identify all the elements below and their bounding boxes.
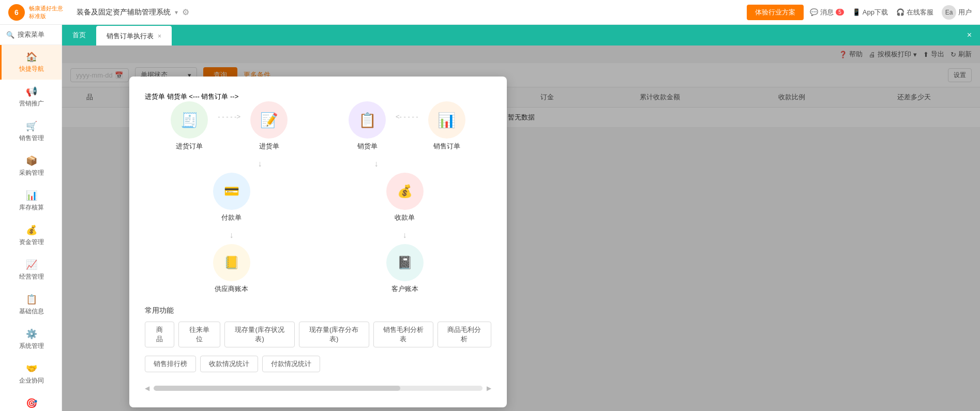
- tab-sales-order[interactable]: 销售订单执行表 ×: [96, 26, 172, 47]
- app-download-btn[interactable]: 📱 App下载: [852, 8, 888, 17]
- marketing-icon: 📢: [26, 86, 37, 97]
- flow-node-receipt[interactable]: 💰 收款单: [386, 173, 424, 222]
- common-function-btn[interactable]: 收款情况统计: [200, 356, 258, 372]
- system-title: 装备及固定资产辅助管理系统 ▾ ⚙: [77, 7, 741, 17]
- logo-area: 6 畅康通好生意 标准版: [8, 4, 70, 21]
- flow-modal: 进货单 销货单 <--- 销售订单 --> 🧾 进货订单 - - - - -> …: [129, 77, 507, 407]
- common-function-btn[interactable]: 付款情况统计: [262, 356, 320, 372]
- sidebar-item-finance[interactable]: 💰 资金管理: [0, 218, 62, 253]
- purchase-bill-icon: 📝: [250, 101, 288, 139]
- basic-icon: 📋: [26, 294, 37, 305]
- system-name: 装备及固定资产辅助管理系统: [77, 8, 171, 17]
- search-icon: 🔍: [6, 31, 14, 39]
- user-menu[interactable]: Ea 用户: [942, 5, 972, 20]
- common-function-btn[interactable]: 商品: [145, 322, 174, 347]
- sidebar: 🔍 搜索菜单 🏠 快捷导航 📢 营销推广 🛒 销售管理 📦 采购管理 📊 库存核…: [0, 25, 62, 411]
- trial-button[interactable]: 体验行业方案: [747, 5, 804, 20]
- app-icon: 📱: [852, 8, 861, 16]
- logo-text: 畅康通好生意 标准版: [29, 5, 63, 20]
- search-menu[interactable]: 🔍 搜索菜单: [0, 25, 62, 45]
- sidebar-item-purchase[interactable]: 📦 采购管理: [0, 149, 62, 184]
- common-function-btn[interactable]: 往来单位: [178, 322, 220, 347]
- gear-icon[interactable]: ⚙: [182, 7, 189, 17]
- online-service-btn[interactable]: 🎧 在线客服: [896, 8, 933, 17]
- finance-icon: 💰: [26, 224, 37, 236]
- sidebar-item-marketing[interactable]: 📢 营销推广: [0, 80, 62, 114]
- content-area: 首页 销售订单执行表 × × ❓ 帮助 🖨 按模板打印 ▾: [62, 25, 980, 411]
- common-function-btn[interactable]: 销售毛利分析表: [373, 322, 433, 347]
- message-icon: 💬: [810, 8, 818, 16]
- newbie-icon: 🎯: [26, 398, 37, 409]
- flow-node-purchase-bill[interactable]: 📝 进货单: [240, 101, 297, 151]
- sidebar-item-inventory[interactable]: 📊 库存核算: [0, 184, 62, 218]
- sidebar-item-basic[interactable]: 📋 基础信息: [0, 287, 62, 322]
- common-functions: 常用功能 商品往来单位现存量(库存状况表)现存量(库存分布表)销售毛利分析表商品…: [145, 306, 491, 376]
- flow-node-sale-bill[interactable]: 📋 销货单: [339, 101, 396, 151]
- sale-bill-icon: 📋: [349, 101, 386, 139]
- main-layout: 🔍 搜索菜单 🏠 快捷导航 📢 营销推广 🛒 销售管理 📦 采购管理 📊 库存核…: [0, 25, 980, 411]
- sidebar-item-quick-nav[interactable]: 🏠 快捷导航: [0, 45, 62, 80]
- purchase-icon: 📦: [26, 155, 37, 166]
- close-all-tabs[interactable]: ×: [959, 31, 980, 40]
- logo-icon: 6: [8, 4, 25, 21]
- flow-node-sale-order[interactable]: 📊 销售订单: [418, 101, 475, 151]
- purchase-order-icon: 🧾: [171, 101, 208, 139]
- sidebar-item-newbie[interactable]: 🎯 新手引导: [0, 391, 62, 411]
- payment-icon: 💳: [213, 173, 250, 210]
- sidebar-item-enterprise[interactable]: 🤝 企业协同: [0, 357, 62, 391]
- common-btns: 商品往来单位现存量(库存状况表)现存量(库存分布表)销售毛利分析表商品毛利分析销…: [145, 322, 491, 376]
- dropdown-icon[interactable]: ▾: [175, 9, 178, 16]
- flow-node-customer-account[interactable]: 📓 客户账本: [386, 244, 424, 294]
- flow-node-supplier-account[interactable]: 📒 供应商账本: [213, 244, 250, 294]
- sidebar-item-system[interactable]: ⚙️ 系统管理: [0, 322, 62, 357]
- sales-icon: 🛒: [26, 120, 37, 132]
- common-function-btn[interactable]: 现存量(库存状况表): [224, 322, 295, 347]
- page-content: ❓ 帮助 🖨 按模板打印 ▾ ⬆ 导出 ↻ 刷新: [62, 45, 980, 411]
- customer-account-icon: 📓: [386, 244, 424, 281]
- message-badge: 5: [836, 9, 844, 16]
- common-title: 常用功能: [145, 306, 491, 315]
- inventory-icon: 📊: [26, 190, 37, 201]
- common-function-btn[interactable]: 销售排行榜: [145, 356, 196, 372]
- supplier-account-icon: 📒: [213, 244, 250, 281]
- avatar: Ea: [942, 5, 956, 20]
- flow-node-purchase-order[interactable]: 🧾 进货订单: [161, 101, 218, 151]
- enterprise-icon: 🤝: [26, 363, 37, 374]
- common-function-btn[interactable]: 现存量(库存分布表): [299, 322, 369, 347]
- common-function-btn[interactable]: 商品毛利分析: [438, 322, 491, 347]
- sidebar-item-sales[interactable]: 🛒 销售管理: [0, 114, 62, 149]
- service-icon: 🎧: [896, 8, 904, 16]
- tab-bar: 首页 销售订单执行表 × ×: [62, 25, 980, 45]
- top-bar: 6 畅康通好生意 标准版 装备及固定资产辅助管理系统 ▾ ⚙ 体验行业方案 💬 …: [0, 0, 980, 25]
- top-right-actions: 💬 消息 5 📱 App下载 🎧 在线客服 Ea 用户: [810, 5, 972, 20]
- sidebar-item-operation[interactable]: 📈 经营管理: [0, 253, 62, 287]
- system-icon: ⚙️: [26, 328, 37, 340]
- home-icon: 🏠: [26, 51, 37, 63]
- sale-order-icon: 📊: [428, 101, 465, 139]
- tab-home[interactable]: 首页: [62, 25, 96, 45]
- flow-node-payment[interactable]: 💳 付款单: [213, 173, 250, 222]
- message-btn[interactable]: 💬 消息 5: [810, 8, 844, 17]
- operation-icon: 📈: [26, 259, 37, 270]
- receipt-icon: 💰: [386, 173, 424, 210]
- tab-close-icon[interactable]: ×: [158, 33, 161, 40]
